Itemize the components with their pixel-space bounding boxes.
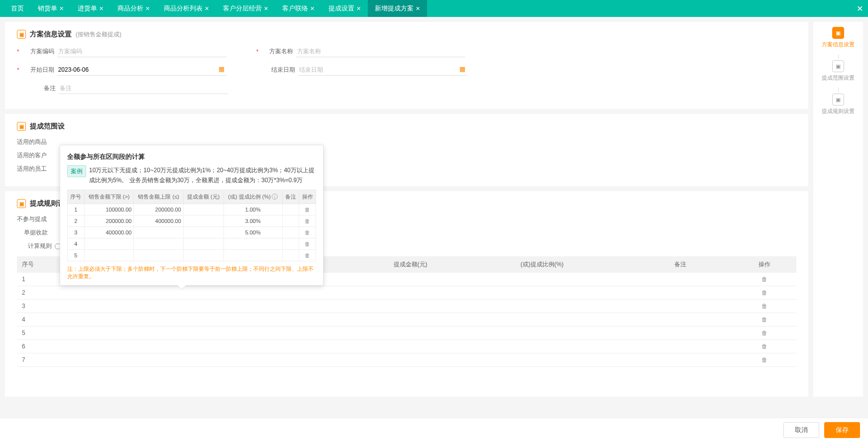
tab-bar: 首页销货单✕进货单✕商品分析✕商品分析列表✕客户分层经营✕客户联络✕提成设置✕新… — [0, 0, 868, 17]
delete-icon[interactable]: 🗑 — [761, 276, 767, 283]
anchor-nav: ▣方案信息设置▣提成范围设置▣提成规则设置 — [813, 22, 863, 397]
tab-close-icon[interactable]: ✕ — [264, 5, 268, 12]
anchor-icon: ▣ — [832, 60, 844, 72]
panel-plan-info: ▣ 方案信息设置 (按销售金额提成) * 方案编码 * 方案名称 * — [5, 22, 808, 109]
name-label: 方案名称 — [261, 47, 293, 56]
anchor-提成范围设置[interactable]: ▣提成范围设置 — [815, 60, 861, 82]
calendar-icon[interactable]: ▦ — [459, 65, 465, 73]
calc-label: 计算规则 — [17, 242, 52, 250]
delete-icon[interactable]: 🗑 — [305, 229, 310, 235]
example-table: 序号销售金额下限 (>)销售金额上限 (≤)提成金额 (元)(或) 提成比例 (… — [67, 190, 316, 261]
tab-首页[interactable]: 首页 — [4, 0, 31, 17]
tab-close-icon[interactable]: ✕ — [356, 5, 361, 12]
tab-进货单[interactable]: 进货单✕ — [71, 0, 110, 17]
delete-icon[interactable]: 🗑 — [761, 356, 767, 363]
anchor-提成规则设置[interactable]: ▣提成规则设置 — [815, 94, 861, 115]
table-row[interactable]: 6🗑 — [17, 340, 796, 353]
section-icon: ▣ — [17, 199, 26, 208]
table-row[interactable]: 7🗑 — [17, 353, 796, 367]
tab-提成设置[interactable]: 提成设置✕ — [322, 0, 368, 17]
example-desc: 10万元以下无提成；10~20万元提成比例为1%；20~40万提成比例为3%；4… — [89, 165, 316, 186]
close-all-icon[interactable]: ✕ — [857, 4, 863, 13]
delete-icon[interactable]: 🗑 — [305, 207, 310, 213]
anchor-icon: ▣ — [832, 94, 844, 106]
tab-close-icon[interactable]: ✕ — [310, 5, 315, 12]
end-date-input[interactable] — [298, 64, 467, 76]
tab-close-icon[interactable]: ✕ — [145, 5, 150, 12]
section-icon: ▣ — [17, 30, 26, 39]
delete-icon[interactable]: 🗑 — [761, 289, 767, 296]
table-row[interactable]: 5🗑 — [17, 327, 796, 340]
code-input[interactable] — [57, 46, 226, 57]
anchor-icon: ▣ — [832, 27, 844, 39]
table-row: 5🗑 — [68, 249, 316, 261]
tab-close-icon[interactable]: ✕ — [416, 5, 420, 12]
tab-close-icon[interactable]: ✕ — [99, 5, 104, 12]
tab-商品分析列表[interactable]: 商品分析列表✕ — [157, 0, 216, 17]
delete-icon[interactable]: 🗑 — [761, 303, 767, 310]
tab-close-icon[interactable]: ✕ — [59, 5, 64, 12]
table-row[interactable]: 2🗑 — [17, 286, 796, 300]
start-date-input[interactable] — [57, 64, 226, 76]
section-icon: ▣ — [17, 122, 26, 131]
table-row: 4🗑 — [68, 238, 316, 249]
panel2-title: 提成范围设 — [30, 122, 65, 131]
end-label: 结束日期 — [263, 66, 295, 74]
remark-label: 备注 — [24, 84, 56, 93]
panel1-sub: (按销售金额提成) — [76, 30, 121, 39]
table-row: 1100000.00200000.001.00%🗑 — [68, 204, 316, 215]
name-input[interactable] — [296, 46, 465, 57]
tab-close-icon[interactable]: ✕ — [205, 5, 209, 12]
delete-icon[interactable]: 🗑 — [305, 241, 310, 247]
panel1-title: 方案信息设置 — [30, 30, 72, 39]
delete-icon[interactable]: 🗑 — [761, 316, 767, 323]
info-icon[interactable]: i — [272, 194, 278, 200]
popover-note: 注：上限必须大于下限；多个阶梯时，下一个阶梯下限要等于前一阶梯上限；不同行之间下… — [67, 265, 316, 280]
delete-icon[interactable]: 🗑 — [761, 330, 767, 336]
table-row[interactable]: 3🗑 — [17, 300, 796, 313]
start-label: 开始日期 — [22, 66, 54, 74]
example-popover: 全额参与所在区间段的计算 案例 10万元以下无提成；10~20万元提成比例为1%… — [60, 145, 324, 286]
popover-title: 全额参与所在区间段的计算 — [67, 152, 316, 161]
delete-icon[interactable]: 🗑 — [761, 343, 767, 350]
anchor-方案信息设置[interactable]: ▣方案信息设置 — [815, 27, 861, 48]
delete-icon[interactable]: 🗑 — [305, 252, 310, 258]
table-row: 3400000.005.00%🗑 — [68, 226, 316, 238]
tab-销货单[interactable]: 销货单✕ — [31, 0, 71, 17]
example-tag: 案例 — [67, 165, 86, 177]
delete-icon[interactable]: 🗑 — [305, 218, 310, 224]
tab-客户联络[interactable]: 客户联络✕ — [275, 0, 322, 17]
tab-商品分析[interactable]: 商品分析✕ — [110, 0, 157, 17]
tab-新增提成方案[interactable]: 新增提成方案✕ — [368, 0, 427, 17]
remark-input[interactable] — [59, 83, 228, 94]
tab-客户分层经营[interactable]: 客户分层经营✕ — [216, 0, 275, 17]
table-row[interactable]: 4🗑 — [17, 313, 796, 327]
code-label: 方案编码 — [22, 47, 54, 56]
table-row: 2200000.00400000.003.00%🗑 — [68, 215, 316, 226]
calendar-icon[interactable]: ▦ — [218, 65, 224, 73]
